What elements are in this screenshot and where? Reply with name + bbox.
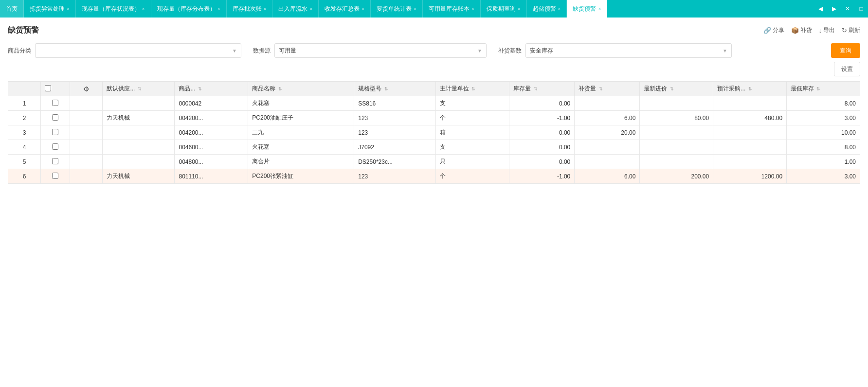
sort-icon: ⇅ xyxy=(816,87,820,91)
close-icon[interactable]: × xyxy=(558,6,561,12)
col-header-purchase[interactable]: 预计采购... ⇅ xyxy=(713,82,787,96)
row-supplier: 力天机械 xyxy=(103,169,175,184)
export-button[interactable]: ↓ 导出 xyxy=(819,26,835,35)
nav-tab-picking[interactable]: 拣货异常处理 × xyxy=(24,0,76,18)
close-icon[interactable]: × xyxy=(142,6,145,12)
sort-icon: ⇅ xyxy=(198,87,202,91)
row-name: PC200张紧油缸 xyxy=(248,169,354,184)
row-name: 火花塞 xyxy=(248,140,354,155)
replenish-select[interactable]: 安全库存 ▼ xyxy=(525,43,732,58)
nav-prev-button[interactable]: ◀ xyxy=(814,0,827,18)
close-icon[interactable]: × xyxy=(362,6,364,12)
row-replenish: 6.00 xyxy=(575,169,640,184)
row-supplier xyxy=(103,125,175,140)
gear-icon[interactable]: ⚙ xyxy=(83,85,90,93)
page-title-row: 缺货预警 🔗 分享 📦 补货 ↓ 导出 ↻ 刷新 xyxy=(8,25,860,35)
nav-tab-overstock[interactable]: 超储预警 × xyxy=(527,0,567,18)
row-spacer xyxy=(70,155,103,169)
row-select-checkbox[interactable] xyxy=(52,143,58,150)
col-header-spec[interactable]: 规格型号 ⇅ xyxy=(354,82,436,96)
row-checkbox[interactable] xyxy=(41,125,70,140)
row-checkbox[interactable] xyxy=(41,96,70,111)
close-icon[interactable]: × xyxy=(309,6,312,12)
row-price xyxy=(640,140,713,155)
row-spec: 123 xyxy=(354,125,436,140)
col-header-stock[interactable]: 库存量 ⇅ xyxy=(509,82,575,96)
replenish-label: 补货基数 xyxy=(498,47,522,55)
nav-tab-summary[interactable]: 收发存汇总表 × xyxy=(319,0,371,18)
replenish-button[interactable]: 📦 补货 xyxy=(791,26,812,35)
datasource-select[interactable]: 可用量 ▼ xyxy=(274,43,487,58)
row-replenish: 20.00 xyxy=(575,125,640,140)
close-icon[interactable]: × xyxy=(414,6,416,12)
share-button[interactable]: 🔗 分享 xyxy=(763,26,784,35)
col-header-minstock[interactable]: 最低库存 ⇅ xyxy=(787,82,860,96)
nav-tab-home[interactable]: 首页 xyxy=(0,0,24,18)
nav-tab-shortage[interactable]: 缺货预警 × xyxy=(567,0,607,18)
nav-tab-inventory-status[interactable]: 现存量（库存状况表） × xyxy=(76,0,151,18)
row-select-checkbox[interactable] xyxy=(52,114,58,121)
row-spec: DS250*23c... xyxy=(354,155,436,169)
nav-tab-requisition[interactable]: 要货单统计表 × xyxy=(371,0,423,18)
refresh-button[interactable]: ↻ 刷新 xyxy=(842,26,860,35)
row-checkbox[interactable] xyxy=(41,111,70,125)
row-stock: 0.00 xyxy=(509,140,575,155)
col-header-code[interactable]: 商品... ⇅ xyxy=(175,82,248,96)
row-name: 离合片 xyxy=(248,155,354,169)
row-stock: 0.00 xyxy=(509,155,575,169)
col-header-price[interactable]: 最新进价 ⇅ xyxy=(640,82,713,96)
row-select-checkbox[interactable] xyxy=(52,100,58,106)
row-select-checkbox[interactable] xyxy=(52,129,58,135)
table-row: 6力天机械801110...PC200张紧油缸123个-1.006.00200.… xyxy=(8,169,860,184)
row-price xyxy=(640,155,713,169)
settings-button[interactable]: 设置 xyxy=(834,62,860,76)
close-icon[interactable]: × xyxy=(518,6,521,12)
nav-expand-button[interactable]: □ xyxy=(854,0,868,18)
row-unit: 支 xyxy=(435,140,509,155)
close-icon[interactable]: × xyxy=(264,6,267,12)
page-title: 缺货预警 xyxy=(8,25,39,35)
row-checkbox[interactable] xyxy=(41,155,70,169)
row-select-checkbox[interactable] xyxy=(52,158,58,164)
close-icon[interactable]: × xyxy=(598,6,601,12)
row-replenish xyxy=(575,140,640,155)
close-icon[interactable]: × xyxy=(67,6,70,12)
row-stock: -1.00 xyxy=(509,111,575,125)
row-spec: 123 xyxy=(354,111,436,125)
nav-close-button[interactable]: ✕ xyxy=(841,0,854,18)
table-row: 3004200...三九123箱0.0020.0010.00 xyxy=(8,125,860,140)
col-header-unit[interactable]: 主计量单位 ⇅ xyxy=(435,82,509,96)
category-select[interactable]: ▼ xyxy=(35,43,241,58)
col-header-replenish[interactable]: 补货量 ⇅ xyxy=(575,82,640,96)
close-icon[interactable]: × xyxy=(471,6,474,12)
col-header-name[interactable]: 商品名称 ⇅ xyxy=(248,82,354,96)
query-button[interactable]: 查询 xyxy=(831,43,860,58)
row-checkbox[interactable] xyxy=(41,140,70,155)
sort-icon: ⇅ xyxy=(384,87,388,91)
row-replenish xyxy=(575,96,640,111)
select-all-checkbox[interactable] xyxy=(45,85,51,91)
col-header-supplier[interactable]: 默认供应... ⇅ xyxy=(103,82,175,96)
row-spacer xyxy=(70,140,103,155)
row-minstock: 3.00 xyxy=(787,169,860,184)
close-icon[interactable]: × xyxy=(217,6,220,12)
row-number: 1 xyxy=(8,96,41,111)
row-code: 004200... xyxy=(175,111,248,125)
row-price xyxy=(640,125,713,140)
nav-next-button[interactable]: ▶ xyxy=(827,0,841,18)
nav-tab-expiry[interactable]: 保质期查询 × xyxy=(481,0,527,18)
row-price xyxy=(640,96,713,111)
col-header-checkbox xyxy=(41,82,70,96)
row-minstock: 3.00 xyxy=(787,111,860,125)
sort-icon: ⇅ xyxy=(138,87,142,91)
row-checkbox[interactable] xyxy=(41,169,70,184)
nav-tab-inventory-dist[interactable]: 现存量（库存分布表） × xyxy=(151,0,227,18)
nav-tab-available[interactable]: 可用量库存账本 × xyxy=(423,0,481,18)
row-select-checkbox[interactable] xyxy=(52,173,58,179)
datasource-filter-group: 数据源 可用量 ▼ xyxy=(253,43,487,58)
top-navigation: 首页 拣货异常处理 × 现存量（库存状况表） × 现存量（库存分布表） × 库存… xyxy=(0,0,868,18)
nav-tab-batch[interactable]: 库存批次账 × xyxy=(227,0,273,18)
page-content: 缺货预警 🔗 分享 📦 补货 ↓ 导出 ↻ 刷新 xyxy=(0,18,868,387)
row-minstock: 8.00 xyxy=(787,96,860,111)
nav-tab-flow[interactable]: 出入库流水 × xyxy=(272,0,319,18)
